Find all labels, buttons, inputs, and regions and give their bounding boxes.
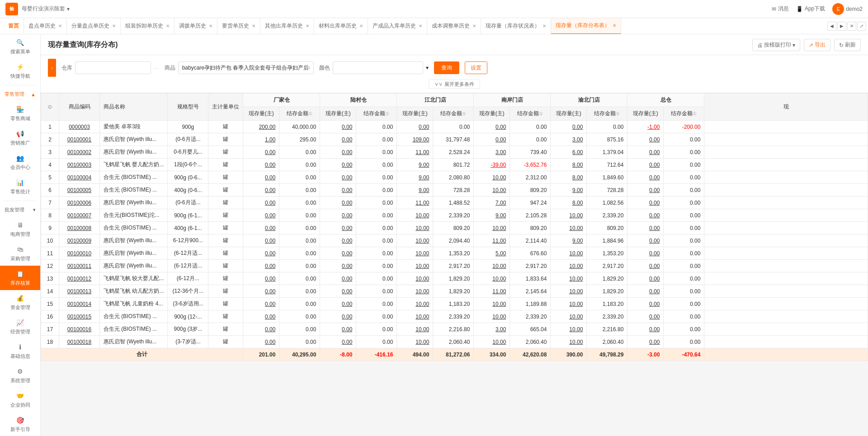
lc-amt-info-icon[interactable]: ① bbox=[385, 111, 389, 116]
tab-close-all-btn[interactable]: ✕ bbox=[847, 22, 856, 31]
tab-prev-btn[interactable]: ◀ bbox=[827, 22, 836, 31]
row-lc-qty[interactable]: 0.00 bbox=[320, 310, 356, 323]
row-yb-qty[interactable]: 10.00 bbox=[551, 247, 587, 260]
row-na-qty[interactable]: 11.00 bbox=[474, 234, 510, 247]
row-fc-qty[interactable]: 0.00 bbox=[243, 184, 279, 197]
close-tab-inventory-status[interactable]: ✕ bbox=[542, 23, 546, 28]
row-code[interactable]: 00100001 bbox=[59, 133, 100, 146]
message-btn[interactable]: ✉ 消息 bbox=[772, 5, 789, 13]
row-fc-qty[interactable]: 0.00 bbox=[243, 159, 279, 171]
row-code[interactable]: 00100004 bbox=[59, 171, 100, 184]
row-jb-qty[interactable]: 10.00 bbox=[397, 234, 433, 247]
row-fc-qty[interactable]: 0.00 bbox=[243, 310, 279, 323]
sidebar-item-purchase[interactable]: 🛍 采购管理 bbox=[0, 241, 40, 266]
close-tab-inventory-dist[interactable]: ✕ bbox=[613, 23, 616, 28]
row-fc-qty[interactable]: 0.00 bbox=[243, 336, 279, 348]
user-profile[interactable]: E demo2 bbox=[832, 3, 863, 15]
tab-request[interactable]: 要货单历史 ✕ bbox=[217, 18, 260, 34]
suite-selector[interactable]: 母婴行业演示陈套 ▾ bbox=[22, 5, 70, 13]
row-yb-qty[interactable]: 10.00 bbox=[551, 272, 587, 285]
row-jb-qty[interactable]: 11.00 bbox=[397, 197, 433, 209]
tab-product-in[interactable]: 产成品入库单历史 ✕ bbox=[368, 18, 427, 34]
sidebar-item-ops[interactable]: 📈 经营管理 bbox=[0, 314, 40, 339]
row-yb-qty[interactable]: 10.00 bbox=[551, 285, 587, 298]
color-input[interactable] bbox=[333, 61, 423, 74]
row-code[interactable]: 00100016 bbox=[59, 323, 100, 336]
filter-collapse-btn[interactable]: › bbox=[48, 59, 56, 77]
close-tab-partial-check[interactable]: ✕ bbox=[112, 23, 116, 28]
row-total-qty[interactable]: 0.00 bbox=[627, 298, 664, 310]
tab-inventory-check[interactable]: 盘点单历史 ✕ bbox=[24, 18, 67, 34]
row-yb-qty[interactable]: 8.00 bbox=[551, 197, 587, 209]
row-lc-qty[interactable]: 0.00 bbox=[320, 197, 356, 209]
row-jb-qty[interactable]: 0.00 bbox=[397, 121, 433, 133]
row-jb-qty[interactable]: 10.00 bbox=[397, 272, 433, 285]
row-lc-qty[interactable]: 0.00 bbox=[320, 272, 356, 285]
close-tab-assembly[interactable]: ✕ bbox=[166, 23, 170, 28]
row-fc-qty[interactable]: 0.00 bbox=[243, 247, 279, 260]
sidebar-item-retail-mgmt[interactable]: 零售管理 ▲ bbox=[0, 87, 40, 101]
row-fc-qty[interactable]: 0.00 bbox=[243, 285, 279, 298]
row-jb-qty[interactable]: 10.00 bbox=[397, 298, 433, 310]
row-lc-qty[interactable]: 0.00 bbox=[320, 247, 356, 260]
sidebar-item-basic[interactable]: ℹ 基础信息 bbox=[0, 339, 40, 363]
row-yb-qty[interactable]: 10.00 bbox=[551, 222, 587, 234]
row-lc-qty[interactable]: 0.00 bbox=[320, 209, 356, 222]
row-total-qty[interactable]: 0.00 bbox=[627, 323, 664, 336]
row-yb-qty[interactable]: 10.00 bbox=[551, 298, 587, 310]
row-na-qty[interactable]: 3.00 bbox=[474, 323, 510, 336]
row-yb-qty[interactable]: 10.00 bbox=[551, 336, 587, 348]
close-tab-cost-adjust[interactable]: ✕ bbox=[472, 23, 476, 28]
tab-material-out[interactable]: 材料出库单历史 ✕ bbox=[314, 18, 368, 34]
row-total-qty[interactable]: 0.00 bbox=[627, 234, 664, 247]
row-code[interactable]: 00100002 bbox=[59, 146, 100, 159]
row-total-qty[interactable]: 0.00 bbox=[627, 336, 664, 348]
row-jb-qty[interactable]: 10.00 bbox=[397, 247, 433, 260]
row-total-qty[interactable]: 0.00 bbox=[627, 247, 664, 260]
sidebar-item-guide[interactable]: 🎯 新手引导 bbox=[0, 412, 40, 436]
row-na-qty[interactable]: 11.00 bbox=[474, 285, 510, 298]
row-fc-qty[interactable]: 0.00 bbox=[243, 209, 279, 222]
sidebar-item-wholesale[interactable]: 批发管理 ▾ bbox=[0, 203, 40, 217]
warehouse-input[interactable] bbox=[75, 61, 151, 74]
row-yb-qty[interactable]: 6.00 bbox=[551, 146, 587, 159]
tab-cost-adjust[interactable]: 成本调整单历史 ✕ bbox=[427, 18, 481, 34]
sidebar-item-system[interactable]: ⚙ 系统管理 bbox=[0, 363, 40, 388]
row-yb-qty[interactable]: 10.00 bbox=[551, 310, 587, 323]
row-jb-qty[interactable]: 9.00 bbox=[397, 159, 433, 171]
row-code[interactable]: 00100012 bbox=[59, 272, 100, 285]
row-na-qty[interactable]: 10.00 bbox=[474, 310, 510, 323]
close-tab-inventory-check[interactable]: ✕ bbox=[58, 23, 62, 28]
row-jb-qty[interactable]: 10.00 bbox=[397, 222, 433, 234]
row-yb-qty[interactable]: 3.00 bbox=[551, 133, 587, 146]
row-total-qty[interactable]: 0.00 bbox=[627, 184, 664, 197]
row-jb-qty[interactable]: 11.00 bbox=[397, 146, 433, 159]
tab-other-out[interactable]: 其他出库单历史 ✕ bbox=[260, 18, 314, 34]
tab-expand-btn[interactable]: ⤢ bbox=[857, 22, 866, 31]
row-jb-qty[interactable]: 10.00 bbox=[397, 260, 433, 272]
row-fc-qty[interactable]: 0.00 bbox=[243, 234, 279, 247]
row-fc-qty[interactable]: 200.00 bbox=[243, 121, 279, 133]
row-fc-qty[interactable]: 0.00 bbox=[243, 197, 279, 209]
sidebar-item-inventory[interactable]: 📋 库存核算 bbox=[0, 266, 40, 290]
total-amt-info-icon[interactable]: ① bbox=[693, 111, 697, 116]
row-total-qty[interactable]: 0.00 bbox=[627, 133, 664, 146]
row-total-qty[interactable]: 0.00 bbox=[627, 146, 664, 159]
row-na-qty[interactable]: 10.00 bbox=[474, 184, 510, 197]
row-yb-qty[interactable]: 10.00 bbox=[551, 323, 587, 336]
row-code[interactable]: 00100006 bbox=[59, 197, 100, 209]
row-fc-qty[interactable]: 0.00 bbox=[243, 323, 279, 336]
row-lc-qty[interactable]: 0.00 bbox=[320, 222, 356, 234]
row-code[interactable]: 00100011 bbox=[59, 260, 100, 272]
close-tab-material-out[interactable]: ✕ bbox=[359, 23, 363, 28]
row-jb-qty[interactable]: 10.00 bbox=[397, 323, 433, 336]
row-total-qty[interactable]: 0.00 bbox=[627, 209, 664, 222]
row-lc-qty[interactable]: 0.00 bbox=[320, 133, 356, 146]
row-total-qty[interactable]: 0.00 bbox=[627, 272, 664, 285]
row-lc-qty[interactable]: 0.00 bbox=[320, 323, 356, 336]
row-fc-qty[interactable]: 1.00 bbox=[243, 133, 279, 146]
row-code[interactable]: 00100007 bbox=[59, 209, 100, 222]
row-total-qty[interactable]: 0.00 bbox=[627, 159, 664, 171]
goods-input[interactable] bbox=[178, 61, 314, 74]
app-download-btn[interactable]: 📱 App下载 bbox=[796, 5, 825, 13]
